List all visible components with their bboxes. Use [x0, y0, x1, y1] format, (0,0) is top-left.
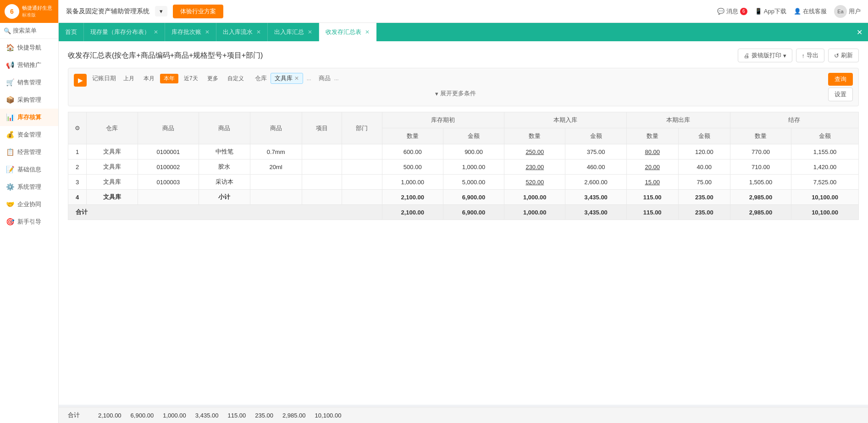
filter-content: 记账日期 上月 本月 本年 近7天 更多 自定义 仓库: [92, 73, 819, 99]
tab-batch[interactable]: 库存批次账 ✕: [165, 23, 216, 41]
table-row: 4 文具库 小计 2,100.00 6,900.00 1,000.00 3,43…: [68, 190, 859, 205]
query-button[interactable]: 查询: [828, 73, 853, 86]
row-init-amt: 900.00: [443, 144, 504, 159]
print-dropdown-icon: ▾: [783, 52, 786, 59]
export-button[interactable]: ↑ 导出: [796, 49, 825, 62]
date-buttons: 上月 本月 本年 近7天 更多 自定义: [120, 74, 248, 83]
sidebar-item-inventory-label: 库存核算: [17, 113, 41, 121]
sidebar-item-system[interactable]: ⚙️ 系统管理: [0, 178, 58, 196]
row-out-qty[interactable]: 80.00: [626, 144, 678, 159]
row-bal-qty: 1,505.00: [730, 175, 791, 190]
row-in-amt: 375.00: [565, 144, 626, 159]
sidebar-item-basic-label: 基础信息: [17, 165, 41, 174]
finance-icon: 💰: [6, 131, 15, 139]
business-icon: 📋: [6, 148, 15, 156]
tab-bar-close-all[interactable]: ✕: [851, 28, 868, 37]
refresh-label: 刷新: [841, 51, 853, 60]
online-service-action[interactable]: 👤 在线客服: [794, 7, 827, 16]
sidebar-item-finance[interactable]: 💰 资金管理: [0, 126, 58, 143]
tab-receipt-summary[interactable]: 收发存汇总表 ✕: [319, 23, 376, 41]
row-in-amt: 3,435.00: [565, 190, 626, 205]
trial-button[interactable]: 体验行业方案: [173, 5, 223, 18]
row-no: 3: [68, 175, 87, 190]
user-label: 用户: [849, 7, 861, 16]
row-out-qty: 115.00: [626, 190, 678, 205]
messages-action[interactable]: 💬 消息 6: [717, 7, 747, 16]
tab-receipt-summary-close[interactable]: ✕: [365, 29, 370, 35]
sidebar-nav: 🏠 快捷导航 📢 营销推广 🛒 销售管理 📦 采购管理 📊 库存核算 💰 资金管…: [0, 39, 58, 423]
warehouse-tag: 文具库 ✕: [271, 73, 303, 84]
guide-icon: 🎯: [6, 218, 15, 226]
sidebar-item-basic[interactable]: 📝 基础信息: [0, 161, 58, 178]
col-project-header: 项目: [302, 112, 342, 144]
tab-flow[interactable]: 出入库流水 ✕: [216, 23, 268, 41]
table-container: ⚙ 仓库 商品 商品 商品 项目 部门 库存期初 本期入库 本期出库 结存: [68, 112, 859, 220]
tab-summary-close[interactable]: ✕: [308, 29, 312, 35]
sidebar-item-business[interactable]: 📋 经营管理: [0, 143, 58, 161]
col-init-amt-header: 金额: [443, 128, 504, 144]
total-init-qty: 2,100.00: [382, 205, 443, 220]
row-bal-amt: 7,525.00: [791, 175, 859, 190]
tab-inventory-dist[interactable]: 现存量（库存分布表） ✕: [84, 23, 165, 41]
system-dropdown[interactable]: ▾: [155, 6, 167, 16]
logo[interactable]: 6 畅捷通好生意 标准版: [0, 0, 58, 23]
date-btn-7days[interactable]: 近7天: [180, 74, 202, 83]
sidebar-item-purchase[interactable]: 📦 采购管理: [0, 91, 58, 109]
row-code: 0100001: [138, 144, 199, 159]
refresh-button[interactable]: ↺ 刷新: [828, 49, 859, 62]
filter-date-group: 记账日期 上月 本月 本年 近7天 更多 自定义: [92, 74, 248, 83]
tab-inventory-dist-label: 现存量（库存分布表）: [90, 28, 150, 36]
bottom-in-qty: 1,000.00: [163, 412, 186, 419]
date-btn-last-month[interactable]: 上月: [120, 74, 138, 83]
row-in-qty[interactable]: 250.00: [504, 144, 565, 159]
top-header: 装备及固定资产辅助管理系统 ▾ 体验行业方案 💬 消息 6 📱 App下载 👤 …: [59, 0, 868, 23]
date-btn-this-month[interactable]: 本月: [140, 74, 158, 83]
sidebar-item-marketing[interactable]: 📢 营销推广: [0, 56, 58, 74]
date-btn-more[interactable]: 更多: [204, 74, 222, 83]
row-in-qty[interactable]: 520.00: [504, 175, 565, 190]
row-project: [302, 159, 342, 175]
bottom-out-amt: 235.00: [255, 412, 273, 419]
row-dept: [342, 159, 382, 175]
main-wrapper: 装备及固定资产辅助管理系统 ▾ 体验行业方案 💬 消息 6 📱 App下载 👤 …: [59, 0, 868, 423]
col-init-qty-header: 数量: [382, 128, 443, 144]
sidebar-item-sales[interactable]: 🛒 销售管理: [0, 74, 58, 91]
col-settings[interactable]: ⚙: [68, 112, 87, 144]
goods-more[interactable]: ...: [334, 75, 339, 82]
tab-inventory-dist-close[interactable]: ✕: [154, 29, 158, 35]
row-out-amt: 235.00: [678, 190, 730, 205]
print-button[interactable]: 🖨 拨镜版打印 ▾: [738, 49, 792, 62]
row-in-qty[interactable]: 230.00: [504, 159, 565, 175]
sidebar-item-sales-label: 销售管理: [17, 78, 41, 87]
filter-toggle[interactable]: ▶: [74, 74, 87, 87]
row-spec: [250, 175, 302, 190]
search-menu-item[interactable]: 🔍 搜索菜单: [0, 23, 58, 39]
system-title: 装备及固定资产辅助管理系统: [66, 7, 149, 16]
tab-batch-close[interactable]: ✕: [205, 29, 210, 35]
date-btn-custom[interactable]: 自定义: [224, 74, 248, 83]
row-project: [302, 190, 342, 205]
tab-summary[interactable]: 出入库汇总 ✕: [268, 23, 319, 41]
sidebar-item-collab[interactable]: 🤝 企业协同: [0, 196, 58, 213]
user-action[interactable]: Ea 用户: [834, 5, 861, 18]
search-menu-label: 搜索菜单: [13, 27, 37, 35]
sidebar-item-guide[interactable]: 🎯 新手引导: [0, 213, 58, 231]
date-btn-this-year[interactable]: 本年: [160, 74, 178, 83]
row-out-qty[interactable]: 20.00: [626, 159, 678, 175]
warehouse-tag-close[interactable]: ✕: [294, 75, 299, 82]
tab-flow-close[interactable]: ✕: [256, 29, 261, 35]
collab-icon: 🤝: [6, 200, 15, 209]
warehouse-more[interactable]: ...: [307, 75, 311, 82]
filter-goods-group: 商品 ...: [319, 74, 339, 82]
header-actions: 🖨 拨镜版打印 ▾ ↑ 导出 ↺ 刷新: [738, 49, 859, 62]
expand-more-btn[interactable]: ▾ 展开更多条件: [92, 88, 819, 99]
col-name-header: 商品: [199, 112, 250, 144]
row-init-qty: 600.00: [382, 144, 443, 159]
settings-button[interactable]: 设置: [828, 88, 853, 101]
sidebar-item-inventory[interactable]: 📊 库存核算: [0, 109, 58, 126]
sidebar-item-quicknav[interactable]: 🏠 快捷导航: [0, 39, 58, 56]
row-out-qty[interactable]: 15.00: [626, 175, 678, 190]
tab-home[interactable]: 首页: [59, 23, 84, 41]
app-download-action[interactable]: 📱 App下载: [755, 7, 786, 16]
row-init-qty: 500.00: [382, 159, 443, 175]
